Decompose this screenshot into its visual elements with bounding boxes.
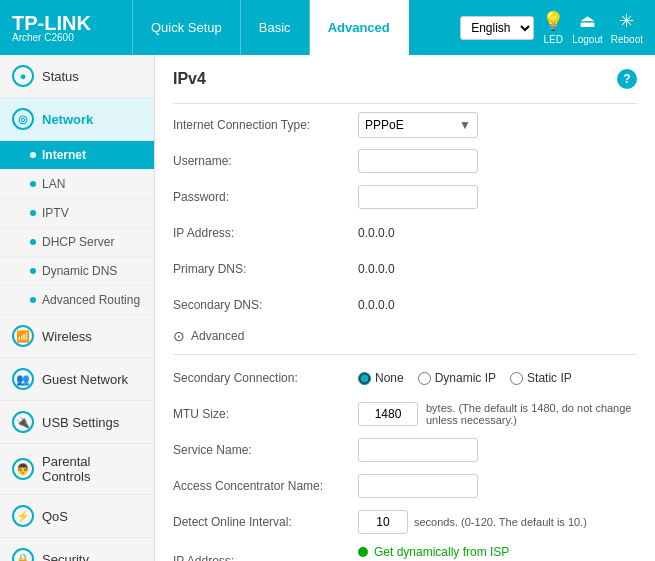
secondary-dns-label: Secondary DNS: — [173, 298, 358, 312]
sidebar-item-wireless[interactable]: 📶 Wireless — [0, 315, 154, 358]
dot-icon — [30, 181, 36, 187]
sidebar-item-security[interactable]: 🔒 Security — [0, 538, 154, 561]
password-row: Password: — [173, 184, 637, 210]
secondary-dns-row: Secondary DNS: 0.0.0.0 — [173, 292, 637, 318]
sidebar-item-network[interactable]: ◎ Network — [0, 98, 154, 141]
network-icon: ◎ — [12, 108, 34, 130]
wireless-icon: 📶 — [12, 325, 34, 347]
logout-icon: ⏏ — [579, 10, 596, 32]
detect-interval-note: seconds. (0-120. The default is 10.) — [414, 516, 587, 528]
sidebar-item-qos[interactable]: ⚡ QoS — [0, 495, 154, 538]
primary-dns-value: 0.0.0.0 — [358, 262, 395, 276]
connection-type-label: Internet Connection Type: — [173, 118, 358, 132]
radio-dynamic[interactable]: Dynamic IP — [418, 371, 496, 385]
primary-dns-label: Primary DNS: — [173, 262, 358, 276]
mtu-input[interactable] — [358, 402, 418, 426]
reboot-icon: ✳ — [619, 10, 634, 32]
detect-interval-row: Detect Online Interval: seconds. (0-120.… — [173, 509, 637, 535]
logout-icon-button[interactable]: ⏏ Logout — [572, 10, 603, 45]
sidebar-sub-item-iptv[interactable]: IPTV — [0, 199, 154, 228]
sidebar-item-usb[interactable]: 🔌 USB Settings — [0, 401, 154, 444]
sidebar-sub-item-internet[interactable]: Internet — [0, 141, 154, 170]
main-layout: ● Status ◎ Network Internet LAN IPTV DHC… — [0, 55, 655, 561]
guest-icon: 👥 — [12, 368, 34, 390]
reboot-icon-button[interactable]: ✳ Reboot — [611, 10, 643, 45]
dot-icon — [30, 268, 36, 274]
radio-none[interactable]: None — [358, 371, 404, 385]
detect-interval-input-row: seconds. (0-120. The default is 10.) — [358, 510, 587, 534]
secondary-connection-label: Secondary Connection: — [173, 371, 358, 385]
connection-type-row: Internet Connection Type: PPPoE ▼ — [173, 112, 637, 138]
language-select[interactable]: English — [460, 16, 534, 40]
parental-icon: 👨 — [12, 458, 34, 480]
page-title: IPv4 — [173, 70, 206, 88]
radio-static[interactable]: Static IP — [510, 371, 572, 385]
advanced-section-divider — [173, 354, 637, 355]
sidebar-item-parental[interactable]: 👨 Parental Controls — [0, 444, 154, 495]
mtu-label: MTU Size: — [173, 407, 358, 421]
header: TP-LINK Archer C2600 Quick Setup Basic A… — [0, 0, 655, 55]
detect-interval-input[interactable] — [358, 510, 408, 534]
tab-basic[interactable]: Basic — [241, 0, 310, 55]
divider-top — [173, 103, 637, 104]
main-nav: Quick Setup Basic Advanced — [132, 0, 460, 55]
ip-address-value: 0.0.0.0 — [358, 226, 395, 240]
logo-subtitle: Archer C2600 — [12, 33, 132, 43]
dot-icon — [30, 210, 36, 216]
radio-none-input[interactable] — [358, 372, 371, 385]
dot-icon — [30, 239, 36, 245]
radio-static-input[interactable] — [510, 372, 523, 385]
ip-address2-row: IP Address: Get dynamically from ISP Use… — [173, 545, 637, 561]
radio-none-label: None — [375, 371, 404, 385]
service-name-label: Service Name: — [173, 443, 358, 457]
radio-dynamic-input[interactable] — [418, 372, 431, 385]
connection-type-value: PPPoE — [365, 118, 404, 132]
mtu-note: bytes. (The default is 1480, do not chan… — [426, 402, 637, 426]
logo-tp-link: TP-LINK Archer C2600 — [12, 13, 132, 43]
help-button[interactable]: ? — [617, 69, 637, 89]
security-icon: 🔒 — [12, 548, 34, 561]
sidebar-sub-item-dhcp[interactable]: DHCP Server — [0, 228, 154, 257]
password-input[interactable] — [358, 185, 478, 209]
ip-address2-label: IP Address: — [173, 554, 358, 561]
usb-icon: 🔌 — [12, 411, 34, 433]
sidebar-sub-item-routing[interactable]: Advanced Routing — [0, 286, 154, 315]
dot-icon — [30, 152, 36, 158]
connection-type-dropdown: PPPoE ▼ — [358, 112, 478, 138]
sidebar-item-guest[interactable]: 👥 Guest Network — [0, 358, 154, 401]
advanced-toggle[interactable]: ⊙ Advanced — [173, 328, 637, 344]
dot-icon — [30, 297, 36, 303]
logo-area: TP-LINK Archer C2600 — [12, 13, 132, 43]
access-conc-label: Access Concentrator Name: — [173, 479, 358, 493]
primary-dns-row: Primary DNS: 0.0.0.0 — [173, 256, 637, 282]
access-conc-row: Access Concentrator Name: — [173, 473, 637, 499]
led-icon-button[interactable]: 💡 LED — [542, 10, 564, 45]
password-label: Password: — [173, 190, 358, 204]
content-area: IPv4 ? Internet Connection Type: PPPoE ▼… — [155, 55, 655, 561]
secondary-dns-value: 0.0.0.0 — [358, 298, 395, 312]
radio-dynamic-label: Dynamic IP — [435, 371, 496, 385]
username-input[interactable] — [358, 149, 478, 173]
detect-interval-label: Detect Online Interval: — [173, 515, 358, 529]
tab-quick-setup[interactable]: Quick Setup — [132, 0, 241, 55]
green-dot-icon — [358, 547, 368, 557]
access-conc-input[interactable] — [358, 474, 478, 498]
sidebar-item-status[interactable]: ● Status — [0, 55, 154, 98]
ip-dyn-label: Get dynamically from ISP — [374, 545, 509, 559]
ip-dynamic-option: Get dynamically from ISP Use the followi… — [358, 545, 529, 561]
ip-address-row: IP Address: 0.0.0.0 — [173, 220, 637, 246]
advanced-toggle-label: Advanced — [191, 329, 244, 343]
status-icon: ● — [12, 65, 34, 87]
sidebar-sub-item-lan[interactable]: LAN — [0, 170, 154, 199]
tab-advanced[interactable]: Advanced — [310, 0, 409, 55]
username-row: Username: — [173, 148, 637, 174]
led-icon: 💡 — [542, 10, 564, 32]
qos-icon: ⚡ — [12, 505, 34, 527]
connection-type-select[interactable]: PPPoE ▼ — [358, 112, 478, 138]
service-name-input[interactable] — [358, 438, 478, 462]
username-label: Username: — [173, 154, 358, 168]
chevron-up-icon: ⊙ — [173, 328, 185, 344]
radio-static-label: Static IP — [527, 371, 572, 385]
sidebar-sub-item-ddns[interactable]: Dynamic DNS — [0, 257, 154, 286]
secondary-connection-row: Secondary Connection: None Dynamic IP St… — [173, 365, 637, 391]
